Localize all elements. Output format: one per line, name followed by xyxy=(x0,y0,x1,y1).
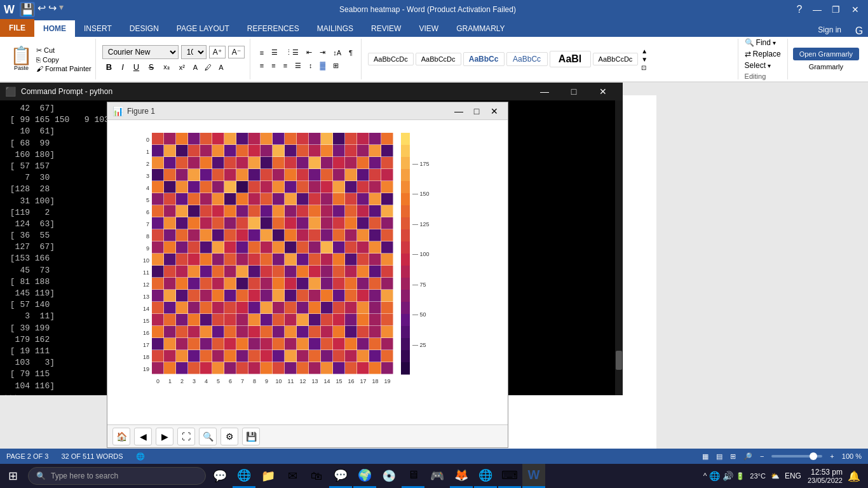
figure-close-button[interactable]: ✕ xyxy=(486,104,503,119)
cmd-scrollbar[interactable] xyxy=(615,100,623,395)
styles-up-icon[interactable]: ▲ xyxy=(641,48,648,55)
taskbar-search[interactable]: 🔍 Type here to search xyxy=(28,467,206,485)
figure-maximize-button[interactable]: □ xyxy=(468,104,485,119)
taskbar-app-media[interactable]: 💿 xyxy=(377,464,400,488)
taskbar-app-cortana[interactable]: 💬 xyxy=(208,464,231,488)
bullets-button[interactable]: ≡ xyxy=(257,47,267,58)
subscript-button[interactable]: x₂ xyxy=(159,62,173,72)
tab-references[interactable]: REFERENCES xyxy=(238,20,308,37)
zoom-out-icon[interactable]: − xyxy=(760,452,764,460)
figure-home-tool-button[interactable]: 🏠 xyxy=(112,428,130,445)
align-right-button[interactable]: ≡ xyxy=(280,60,290,71)
minimize-button[interactable]: — xyxy=(808,1,826,18)
find-dropdown-icon[interactable]: ▾ xyxy=(773,39,776,46)
numbering-button[interactable]: ☰ xyxy=(268,47,281,58)
style-subtle-em[interactable]: AaBbCcDc xyxy=(593,53,639,65)
restore-button[interactable]: ❐ xyxy=(827,1,845,18)
figure-back-tool-button[interactable]: ◀ xyxy=(134,428,152,445)
taskbar-app-teams[interactable]: 💬 xyxy=(329,464,352,488)
increase-indent-button[interactable]: ⇥ xyxy=(316,47,329,58)
underline-button[interactable]: U xyxy=(130,61,143,73)
cmd-scrollbar-thumb[interactable] xyxy=(616,351,622,370)
style-no-spacing[interactable]: AaBbCcDc xyxy=(416,53,461,65)
style-title[interactable]: AaBl xyxy=(550,51,591,67)
taskbar-app-store[interactable]: 🛍 xyxy=(305,464,328,488)
highlight-button[interactable]: 🖊 xyxy=(202,63,214,72)
cut-button[interactable]: ✂ Cut xyxy=(36,46,92,55)
styles-expand-icon[interactable]: ⊡ xyxy=(641,64,648,71)
view-outline-icon[interactable]: ⊞ xyxy=(730,452,736,461)
multilevel-list-button[interactable]: ⋮☰ xyxy=(282,47,302,58)
line-spacing-button[interactable]: ↕ xyxy=(306,60,316,71)
taskbar-app-terminal[interactable]: 🖥 xyxy=(402,464,424,488)
tray-expand-icon[interactable]: ^ xyxy=(703,471,707,480)
start-button[interactable]: ⊞ xyxy=(0,464,25,488)
taskbar-app-word[interactable]: W xyxy=(522,464,545,488)
tab-design[interactable]: DESIGN xyxy=(121,20,168,37)
taskbar-app-firefox[interactable]: 🦊 xyxy=(450,464,473,488)
figure-forward-tool-button[interactable]: ▶ xyxy=(156,428,173,445)
tab-mailings[interactable]: MAILINGS xyxy=(308,20,362,37)
sort-button[interactable]: ↕A xyxy=(330,47,344,58)
view-read-icon[interactable]: 🔎 xyxy=(743,452,752,461)
clock-area[interactable]: 12:53 pm 23/05/2022 xyxy=(808,468,843,484)
format-painter-button[interactable]: 🖌 Format Painter xyxy=(36,65,92,72)
select-dropdown-icon[interactable]: ▾ xyxy=(768,62,771,69)
align-center-button[interactable]: ≡ xyxy=(268,60,278,71)
increase-font-button[interactable]: A⁺ xyxy=(209,46,226,58)
text-effects-button[interactable]: A xyxy=(191,63,200,72)
align-left-button[interactable]: ≡ xyxy=(257,60,267,71)
shading-button[interactable]: ▓ xyxy=(317,60,329,71)
figure-pan-tool-button[interactable]: ⛶ xyxy=(177,428,195,445)
style-heading2[interactable]: AaBbCc xyxy=(506,52,548,66)
tab-view[interactable]: VIEW xyxy=(410,20,447,37)
taskbar-app-explorer[interactable]: 📁 xyxy=(257,464,280,488)
font-family-select[interactable]: Courier New xyxy=(102,45,179,59)
cloud-icon[interactable]: ⛅ xyxy=(771,472,780,480)
paste-button[interactable]: 📋 Paste xyxy=(8,46,35,72)
superscript-button[interactable]: x² xyxy=(175,62,189,72)
taskbar-app-chrome[interactable]: 🌐 xyxy=(474,464,497,488)
strikethrough-button[interactable]: S̶ xyxy=(145,61,158,73)
style-heading1[interactable]: AaBbCc xyxy=(463,52,505,66)
battery-icon[interactable]: 🔋 xyxy=(736,472,745,480)
style-normal[interactable]: AaBbCcDc xyxy=(368,53,414,65)
select-button[interactable]: Select ▾ xyxy=(745,61,781,70)
language-indicator[interactable]: ENG xyxy=(785,471,801,480)
taskbar-app-maps[interactable]: 🌍 xyxy=(353,464,376,488)
replace-button[interactable]: ⇄ Replace xyxy=(745,50,781,58)
tab-file[interactable]: FILE xyxy=(0,19,34,37)
tab-grammarly[interactable]: GRAMMARLY xyxy=(447,20,513,37)
zoom-slider[interactable] xyxy=(771,455,822,458)
figure-settings-tool-button[interactable]: ⚙ xyxy=(220,428,238,445)
notifications-button[interactable]: 🔔 xyxy=(845,467,863,485)
borders-button[interactable]: ⊞ xyxy=(330,60,342,71)
tab-home[interactable]: HOME xyxy=(34,20,75,37)
view-web-icon[interactable]: ▤ xyxy=(716,452,722,461)
save-icon[interactable]: 💾 xyxy=(20,2,35,17)
open-grammarly-button[interactable]: Open Grammarly xyxy=(793,48,859,60)
taskbar-app-mail[interactable]: ✉ xyxy=(281,464,304,488)
zoom-in-icon[interactable]: + xyxy=(830,452,834,460)
sign-in-btn[interactable]: Sign in xyxy=(809,23,850,37)
font-size-select[interactable]: 10 xyxy=(181,45,207,59)
network-icon[interactable]: 🌐 xyxy=(709,471,720,481)
decrease-font-button[interactable]: A⁻ xyxy=(228,46,245,58)
speaker-icon[interactable]: 🔊 xyxy=(722,471,733,481)
taskbar-app-onscreen[interactable]: ⌨ xyxy=(498,464,521,488)
font-color-button[interactable]: A xyxy=(216,63,226,72)
tab-insert[interactable]: INSERT xyxy=(75,20,121,37)
cmd-close-button[interactable]: ✕ xyxy=(588,83,618,100)
copy-button[interactable]: ⎘ Copy xyxy=(36,56,92,64)
bold-button[interactable]: B xyxy=(102,61,116,73)
taskbar-app-edge[interactable]: 🌐 xyxy=(233,464,255,488)
italic-button[interactable]: I xyxy=(118,61,128,73)
help-icon[interactable]: ? xyxy=(792,2,807,17)
taskbar-app-game[interactable]: 🎮 xyxy=(426,464,449,488)
tab-review[interactable]: REVIEW xyxy=(362,20,410,37)
figure-minimize-button[interactable]: — xyxy=(451,104,467,119)
tab-page-layout[interactable]: PAGE LAYOUT xyxy=(168,20,238,37)
dropdown-icon[interactable]: ▾ xyxy=(59,2,64,17)
grammarly-g-icon[interactable]: G xyxy=(850,25,868,37)
figure-save-tool-button[interactable]: 💾 xyxy=(242,428,260,445)
